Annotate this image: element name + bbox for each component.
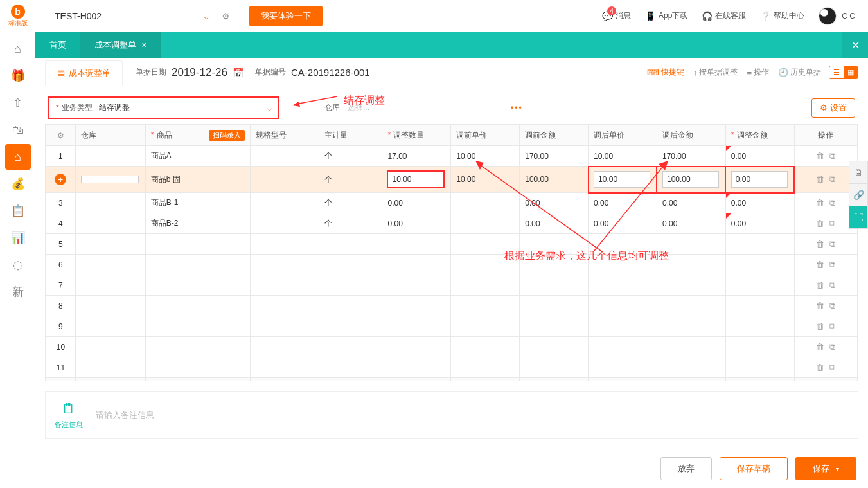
sidebar-warehouse[interactable]: ⌂ xyxy=(5,144,31,170)
after-amount-input[interactable]: 100.00 xyxy=(662,171,719,188)
user-name: C C xyxy=(842,12,855,21)
tab-cost-adjust[interactable]: 成本调整单 ✕ xyxy=(80,32,161,58)
delete-icon[interactable]: 🗑 xyxy=(816,174,824,184)
messages-link[interactable]: 💬 消息 4 xyxy=(602,10,631,21)
warehouse-input[interactable] xyxy=(81,176,139,183)
warehouse-select[interactable]: 仓库 选择... xyxy=(324,102,369,113)
table-row[interactable]: 3商品B-1个0.000.000.000.000.00🗑⧉ xyxy=(46,193,858,213)
sidebar: ⌂ 🎁 ⇧ 🛍 ⌂ 💰 📋 📊 ◌ 新 xyxy=(0,32,35,488)
copy-icon[interactable]: ⧉ xyxy=(829,174,835,184)
tabs-row: 首页 成本调整单 ✕ ✕ xyxy=(35,32,868,58)
delete-icon[interactable]: 🗑 xyxy=(816,321,824,331)
calendar-icon[interactable]: 📅 xyxy=(233,68,244,78)
copy-icon[interactable]: ⧉ xyxy=(829,151,835,161)
copy-icon[interactable]: ⧉ xyxy=(829,239,835,249)
gear-header-icon[interactable]: ⚙ xyxy=(46,125,76,146)
sidebar-report[interactable]: 📊 xyxy=(5,225,31,251)
copy-icon[interactable]: ⧉ xyxy=(829,321,835,331)
top-bar: b 标准版 TEST-H002 ⌵ ⚙ 我要体验一下 💬 消息 4 📱 App下… xyxy=(0,0,868,32)
copy-icon[interactable]: ⧉ xyxy=(829,280,835,290)
try-button[interactable]: 我要体验一下 xyxy=(249,6,323,26)
more-icon[interactable]: ••• xyxy=(511,104,523,113)
view-list-icon[interactable]: ☰ xyxy=(829,66,844,78)
copy-icon[interactable]: ⧉ xyxy=(829,342,835,352)
right-toolbar: 🗎 🔗 ⛶ xyxy=(849,161,868,228)
table-row[interactable]: 11🗑⧉ xyxy=(46,357,858,378)
avatar[interactable] xyxy=(819,7,837,25)
table-row[interactable]: 4商品B-2个0.000.000.000.000.00🗑⧉ xyxy=(46,213,858,234)
copy-icon[interactable]: ⧉ xyxy=(829,301,835,311)
rt-link-icon[interactable]: 🔗 xyxy=(849,183,868,206)
copy-icon[interactable]: ⧉ xyxy=(829,219,835,228)
close-icon[interactable]: ✕ xyxy=(141,41,147,50)
table-row[interactable]: +商品b 固个10.0010.00100.0010.00100.000.00🗑⧉ xyxy=(46,167,858,193)
scan-button[interactable]: 扫码录入 xyxy=(209,130,245,141)
col-product: *商品扫码录入 xyxy=(145,125,251,146)
table-row[interactable]: 6🗑⧉ xyxy=(46,255,858,275)
history-link[interactable]: 🕘历史单据 xyxy=(778,67,821,78)
delete-icon[interactable]: 🗑 xyxy=(816,280,824,290)
col-after-amount: 调后金额 xyxy=(657,125,725,146)
company-select[interactable]: TEST-H002 ⌵ xyxy=(48,6,215,26)
delete-icon[interactable]: 🗑 xyxy=(816,219,824,228)
sidebar-circle[interactable]: ◌ xyxy=(5,252,31,278)
customer-service-link[interactable]: 🎧 在线客服 xyxy=(702,10,746,21)
help-link[interactable]: ❔ 帮助中心 xyxy=(760,10,804,21)
sidebar-new[interactable]: 新 xyxy=(5,279,31,305)
copy-icon[interactable]: ⧉ xyxy=(829,260,835,269)
adj-amount-input[interactable]: 0.00 xyxy=(731,171,788,188)
sidebar-home[interactable]: ⌂ xyxy=(5,36,31,62)
gear-icon[interactable]: ⚙ xyxy=(222,11,230,21)
rt-note-icon[interactable]: 🗎 xyxy=(849,161,868,184)
business-type-select[interactable]: * 业务类型 结存调整 ⌵ xyxy=(48,96,279,119)
copy-icon[interactable]: ⧉ xyxy=(829,198,835,208)
delete-icon[interactable]: 🗑 xyxy=(816,260,824,269)
after-price-input[interactable]: 10.00 xyxy=(594,171,650,188)
table-row[interactable]: 8🗑⧉ xyxy=(46,296,858,316)
logo: b 标准版 xyxy=(0,5,35,28)
delete-icon[interactable]: 🗑 xyxy=(816,198,824,208)
delete-icon[interactable]: 🗑 xyxy=(816,239,824,249)
add-row-icon[interactable]: + xyxy=(55,174,66,185)
save-button[interactable]: 保存▾ xyxy=(795,457,856,480)
delete-icon[interactable]: 🗑 xyxy=(816,342,824,352)
delete-icon[interactable]: 🗑 xyxy=(816,301,824,311)
table-row[interactable]: 1商品A个17.0010.00170.0010.00170.000.00🗑⧉ xyxy=(46,146,858,167)
settings-button[interactable]: ⚙设置 xyxy=(811,98,855,118)
qty-input[interactable]: 10.00 xyxy=(387,171,444,188)
delete-icon[interactable]: 🗑 xyxy=(816,363,824,372)
tab-home[interactable]: 首页 xyxy=(35,32,80,58)
sidebar-gift[interactable]: 🎁 xyxy=(5,63,31,89)
col-after-price: 调后单价 xyxy=(589,125,657,146)
subtotal-row: 小计 27.00 270.00 270.00 0.00 xyxy=(46,378,858,382)
sidebar-up[interactable]: ⇧ xyxy=(5,90,31,116)
save-draft-button[interactable]: 保存草稿 xyxy=(720,457,788,480)
copy-icon[interactable]: ⧉ xyxy=(829,363,835,372)
table-row[interactable]: 5🗑⧉ xyxy=(46,234,858,255)
list-icon: ≡ xyxy=(747,68,752,77)
page-tab[interactable]: ▤ 成本调整单 xyxy=(45,60,123,86)
sidebar-clipboard[interactable]: 📋 xyxy=(5,198,31,224)
hotkey-link[interactable]: ⌨快捷键 xyxy=(647,67,684,78)
app-download-link[interactable]: 📱 App下载 xyxy=(645,10,687,21)
table-row[interactable]: 10🗑⧉ xyxy=(46,337,858,357)
col-operation: 操作 xyxy=(794,125,857,146)
close-all-tabs[interactable]: ✕ xyxy=(842,32,868,58)
footer: 放弃 保存草稿 保存▾ xyxy=(35,449,868,488)
discard-button[interactable]: 放弃 xyxy=(660,457,712,480)
filter-row: * 业务类型 结存调整 ⌵ 仓库 选择... ••• ⚙设置 xyxy=(35,87,868,124)
sidebar-money[interactable]: 💰 xyxy=(5,171,31,197)
by-doc-link[interactable]: ↕按单据调整 xyxy=(693,67,738,78)
remark-input[interactable] xyxy=(96,410,849,420)
table-row[interactable]: 7🗑⧉ xyxy=(46,275,858,296)
col-spec: 规格型号 xyxy=(251,125,319,146)
table-row[interactable]: 9🗑⧉ xyxy=(46,316,858,337)
company-name: TEST-H002 xyxy=(55,11,102,21)
rt-expand-icon[interactable]: ⛶ xyxy=(849,206,868,229)
delete-icon[interactable]: 🗑 xyxy=(816,151,824,161)
operation-link[interactable]: ≡操作 xyxy=(747,67,769,78)
sidebar-bag[interactable]: 🛍 xyxy=(5,117,31,143)
note-icon: 🗒 xyxy=(62,401,76,417)
view-grid-icon[interactable]: ▦ xyxy=(844,66,858,78)
view-toggle[interactable]: ☰ ▦ xyxy=(829,66,858,79)
